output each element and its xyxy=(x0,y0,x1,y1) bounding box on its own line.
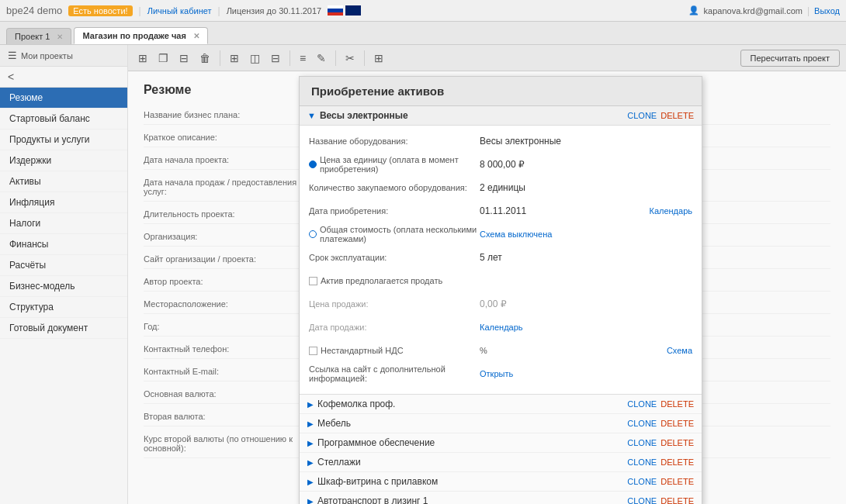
open-site-link[interactable]: Открыть xyxy=(480,369,513,378)
flag-ru[interactable] xyxy=(328,5,343,16)
expand-icon-0[interactable]: ▶ xyxy=(307,400,314,409)
tab-project1[interactable]: Проект 1 ✕ xyxy=(6,28,71,44)
sidebar-item-taxes[interactable]: Налоги xyxy=(0,213,127,234)
expand-icon-1[interactable]: ▶ xyxy=(307,419,314,428)
delete-btn-4[interactable]: DELETE xyxy=(661,477,694,486)
toolbar-btn-6[interactable]: ◫ xyxy=(246,50,264,67)
license-text: Лицензия до 30.11.2017 xyxy=(227,6,322,16)
asset-field-sell-checkbox: Актив предполагается продать xyxy=(309,271,692,290)
toolbar-sep-4 xyxy=(364,50,365,66)
asset-field-service-life: Срок эксплуатации: 5 лет xyxy=(309,248,692,267)
expand-icon-3[interactable]: ▶ xyxy=(307,458,314,467)
brand-logo: bpe24 demo xyxy=(6,5,62,16)
asset-name-0: Кофемолка проф. xyxy=(317,399,395,409)
asset-field-purchase-date: Дата приобретения: 01.11.2011 Календарь xyxy=(309,202,692,220)
sidebar-item-products[interactable]: Продукты и услуги xyxy=(0,129,127,150)
clone-btn-4[interactable]: CLONE xyxy=(627,477,657,486)
sidebar-item-resume[interactable]: Резюме xyxy=(0,88,127,109)
sidebar-header: ☰ Мои проекты xyxy=(0,45,127,67)
calendar-sell-link[interactable]: Календарь xyxy=(480,323,523,332)
sidebar-item-finance[interactable]: Финансы xyxy=(0,234,127,255)
asset-field-site-link: Ссылка на сайт с дополнительной информац… xyxy=(309,364,692,383)
checkbox-sell[interactable] xyxy=(309,277,317,285)
asset-field-total-cost: Общая стоимость (оплата несколькими плат… xyxy=(309,225,692,243)
clone-btn-0[interactable]: CLONE xyxy=(627,399,657,409)
tabs-bar: Проект 1 ✕ Магазин по продаже чая ✕ xyxy=(0,22,846,45)
clone-btn-5[interactable]: CLONE xyxy=(627,496,657,504)
asset-field-vat: Нестандартный НДС % Схема xyxy=(309,341,692,360)
delete-btn-2[interactable]: DELETE xyxy=(661,438,694,447)
sidebar-item-start-balance[interactable]: Стартовый баланс xyxy=(0,109,127,129)
clone-btn-1[interactable]: CLONE xyxy=(627,419,657,428)
toolbar-btn-chart[interactable]: ≡ xyxy=(296,50,310,67)
radio-total-cost[interactable] xyxy=(309,230,317,238)
sidebar-back[interactable]: < xyxy=(0,67,127,88)
scheme-vat-link[interactable]: Схема xyxy=(667,346,692,355)
main-asset-clone[interactable]: CLONE xyxy=(627,111,657,120)
radio-price-unit[interactable] xyxy=(309,161,317,168)
top-bar: bpe24 demo Есть новости! | Личный кабине… xyxy=(0,0,846,22)
toolbar-btn-cut[interactable]: ✂ xyxy=(342,50,359,67)
content-area: ⊞ ❐ ⊟ 🗑 ⊞ ◫ ⊟ ≡ ✎ ✂ ⊞ Пересчитать проект… xyxy=(128,45,846,504)
toolbar-btn-delete[interactable]: 🗑 xyxy=(196,50,214,67)
collapse-icon[interactable]: ▼ xyxy=(307,111,316,120)
news-badge[interactable]: Есть новости! xyxy=(68,5,132,16)
asset-field-name: Название оборудования: Весы электронные xyxy=(309,132,692,150)
expand-icon-4[interactable]: ▶ xyxy=(307,478,314,486)
sidebar-item-final-doc[interactable]: Готовый документ xyxy=(0,318,127,339)
toolbar-btn-3[interactable]: ⊟ xyxy=(175,50,192,67)
asset-field-sell-date: Дата продажи: Календарь xyxy=(309,318,692,337)
user-email: kapanova.krd@gmail.com xyxy=(704,6,803,16)
sidebar-item-inflation[interactable]: Инфляция xyxy=(0,192,127,213)
language-flags xyxy=(328,5,361,16)
scheme-disabled-link[interactable]: Схема выключена xyxy=(480,230,552,239)
delete-btn-3[interactable]: DELETE xyxy=(661,457,694,467)
sidebar-item-costs[interactable]: Издержки xyxy=(0,150,127,171)
main-asset-header: ▼ Весы электронные CLONE DELETE xyxy=(300,106,702,126)
delete-btn-0[interactable]: DELETE xyxy=(661,399,694,409)
toolbar-btn-7[interactable]: ⊟ xyxy=(267,50,284,67)
main-asset-delete[interactable]: DELETE xyxy=(661,111,694,120)
asset-coffeegrinder: ▶ Кофемолка проф. CLONE DELETE xyxy=(300,395,702,414)
clone-btn-3[interactable]: CLONE xyxy=(627,457,657,467)
asset-furniture: ▶ Мебель CLONE DELETE xyxy=(300,414,702,433)
toolbar-sep-3 xyxy=(335,50,336,66)
sidebar-item-business-model[interactable]: Бизнес-модель xyxy=(0,276,127,297)
asset-shelves: ▶ Стеллажи CLONE DELETE xyxy=(300,453,702,472)
recalc-button[interactable]: Пересчитать проект xyxy=(740,50,840,67)
toolbar-sep-2 xyxy=(290,50,290,66)
logout-link[interactable]: Выход xyxy=(814,6,840,16)
main-asset-section: ▼ Весы электронные CLONE DELETE Название… xyxy=(300,106,702,395)
expand-icon-2[interactable]: ▶ xyxy=(307,439,314,447)
asset-name-1: Мебель xyxy=(317,418,351,429)
main-asset-form: Название оборудования: Весы электронные … xyxy=(300,126,702,394)
tab-close-tea-shop[interactable]: ✕ xyxy=(193,32,199,40)
toolbar-btn-2[interactable]: ❐ xyxy=(154,50,172,67)
tab-close-project1[interactable]: ✕ xyxy=(57,33,63,41)
personal-cabinet-link[interactable]: Личный кабинет xyxy=(147,6,212,16)
checkbox-vat[interactable] xyxy=(309,347,317,355)
tab-tea-shop[interactable]: Магазин по продаже чая ✕ xyxy=(74,27,207,44)
toolbar-btn-5[interactable]: ⊞ xyxy=(226,50,243,67)
sidebar-item-calculations[interactable]: Расчёты xyxy=(0,255,127,276)
assets-panel: Приобретение активов ▼ Весы электронные … xyxy=(299,76,702,504)
toolbar: ⊞ ❐ ⊟ 🗑 ⊞ ◫ ⊟ ≡ ✎ ✂ ⊞ Пересчитать проект xyxy=(128,45,846,71)
toolbar-btn-edit[interactable]: ✎ xyxy=(313,50,330,67)
asset-showcase: ▶ Шкаф-витрина с прилавком CLONE DELETE xyxy=(300,472,702,492)
calendar-purchase-link[interactable]: Календарь xyxy=(649,206,692,216)
delete-btn-1[interactable]: DELETE xyxy=(661,419,694,428)
asset-field-sell-price: Цена продажи: 0,00 ₽ xyxy=(309,295,692,313)
sidebar-toggle[interactable]: ☰ xyxy=(8,50,17,61)
sidebar-item-structure[interactable]: Структура xyxy=(0,297,127,318)
toolbar-btn-grid[interactable]: ⊞ xyxy=(370,50,387,67)
flag-uk[interactable] xyxy=(345,5,361,16)
toolbar-btn-1[interactable]: ⊞ xyxy=(134,50,151,67)
asset-name-4: Шкаф-витрина с прилавком xyxy=(317,476,438,487)
expand-icon-5[interactable]: ▶ xyxy=(307,497,314,505)
asset-name-2: Программное обеспечение xyxy=(317,437,435,448)
delete-btn-5[interactable]: DELETE xyxy=(661,496,694,504)
toolbar-sep-1 xyxy=(220,50,220,66)
asset-software: ▶ Программное обеспечение CLONE DELETE xyxy=(300,433,702,453)
sidebar-item-assets[interactable]: Активы xyxy=(0,171,127,192)
clone-btn-2[interactable]: CLONE xyxy=(627,438,657,447)
